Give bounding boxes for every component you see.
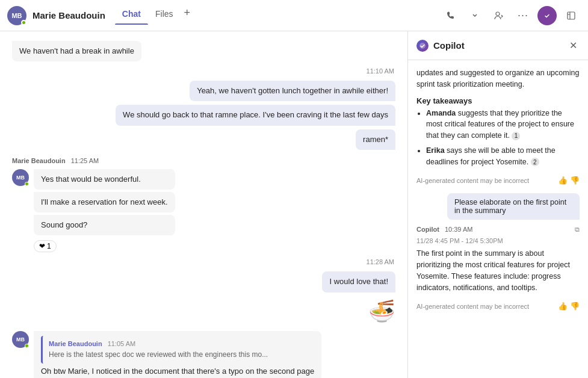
call-dropdown-button[interactable] bbox=[465, 6, 484, 25]
chat-pane: We haven't had a break in awhile 11:10 A… bbox=[0, 31, 407, 378]
message-bubble-with-reply: Marie Beaudouin 11:05 AM Here is the lat… bbox=[34, 331, 321, 379]
messages-list: We haven't had a break in awhile 11:10 A… bbox=[0, 31, 407, 378]
footnote-badge: 2 bbox=[531, 158, 539, 166]
takeaways-list: Amanda suggests that they prioritize the… bbox=[416, 108, 580, 168]
message-group: MB Yes that would be wonderful. I'll mak… bbox=[12, 169, 395, 253]
timestamp: 11:28 AM bbox=[13, 258, 394, 265]
copilot-panel: Copilot ✕ updates and suggested to organ… bbox=[407, 31, 588, 378]
online-indicator bbox=[21, 20, 26, 25]
message-bubble: I would love that! bbox=[322, 271, 395, 292]
tab-chat[interactable]: Chat bbox=[115, 7, 148, 25]
message-group: MB Marie Beaudouin 11:05 AM Here is the … bbox=[12, 331, 395, 379]
key-takeaways: Key takeaways Amanda suggests that they … bbox=[416, 96, 580, 168]
add-tab-button[interactable]: + bbox=[181, 7, 194, 25]
main-area: We haven't had a break in awhile 11:10 A… bbox=[0, 31, 588, 378]
ai-disclaimer: AI-generated content may be incorrect 👍 … bbox=[416, 173, 580, 187]
summary-text: updates and suggested to organize an upc… bbox=[416, 67, 580, 90]
thumbs-up-button-2[interactable]: 👍 bbox=[558, 302, 568, 311]
message-bubble: Sound good? bbox=[34, 215, 175, 235]
message-row: 🍜 bbox=[12, 296, 395, 324]
user-question-bubble: Please elaborate on the first point in t… bbox=[447, 193, 580, 220]
multi-bubble-group: Yes that would be wonderful. I'll make a… bbox=[34, 169, 175, 253]
feedback-actions: 👍 👎 bbox=[558, 176, 580, 185]
timestamp: 11:10 AM bbox=[13, 67, 394, 75]
footnote-badge: 1 bbox=[512, 132, 520, 140]
thumbs-down-button[interactable]: 👎 bbox=[570, 176, 580, 185]
reply-preview: Marie Beaudouin 11:05 AM Here is the lat… bbox=[41, 336, 314, 364]
list-item: Erika says she will be able to meet the … bbox=[426, 145, 580, 168]
message-bubble: We should go back to that ramne place. I… bbox=[116, 105, 395, 125]
message-row: We should go back to that ramne place. I… bbox=[12, 105, 395, 125]
thumbs-up-button[interactable]: 👍 bbox=[558, 176, 568, 185]
tab-bar: Chat Files + bbox=[115, 7, 194, 25]
close-button[interactable]: ✕ bbox=[567, 39, 580, 52]
copilot-avatar[interactable] bbox=[537, 6, 557, 25]
avatar-small: MB bbox=[12, 331, 29, 348]
message-row: We haven't had a break in awhile bbox=[12, 41, 395, 61]
user-name: Marie Beaudouin bbox=[32, 10, 105, 20]
message-bubble: We haven't had a break in awhile bbox=[12, 41, 141, 61]
message-bubble: ramen* bbox=[356, 129, 395, 150]
header-actions: ··· bbox=[441, 6, 581, 25]
key-takeaways-title: Key takeaways bbox=[416, 96, 580, 105]
sender-label: Marie Beaudouin 11:25 AM bbox=[12, 157, 395, 164]
list-item: Amanda suggests that they prioritize the… bbox=[426, 108, 580, 141]
avatar-small: MB bbox=[12, 169, 29, 186]
copilot-title: Copilot bbox=[433, 40, 567, 51]
copilot-response: Copilot 10:39 AM ⧉ 11/28 4:45 PM - 12/4 … bbox=[416, 226, 580, 293]
copilot-body: updates and suggested to organize an upc… bbox=[408, 60, 588, 378]
avatar: MB bbox=[7, 6, 26, 25]
message-row: I would love that! bbox=[12, 271, 395, 292]
svg-rect-2 bbox=[568, 12, 575, 19]
response-text: The first point in the summary is about … bbox=[416, 248, 580, 293]
svg-point-0 bbox=[496, 12, 500, 16]
message-bubble: Yes that would be wonderful. bbox=[34, 169, 175, 190]
call-button[interactable] bbox=[441, 6, 460, 25]
reaction-badge[interactable]: ❤ 1 bbox=[34, 238, 175, 252]
online-indicator bbox=[25, 344, 29, 348]
copilot-header: Copilot ✕ bbox=[408, 31, 588, 60]
message-bubble: I'll make a reservation for next week. bbox=[34, 192, 175, 212]
svg-point-1 bbox=[543, 11, 551, 20]
more-button[interactable]: ··· bbox=[513, 6, 533, 25]
response-date: 11/28 4:45 PM - 12/4 5:30PM bbox=[416, 237, 580, 244]
message-row: Yeah, we haven't gotten lunch together i… bbox=[12, 81, 395, 101]
header: MB Marie Beaudouin Chat Files + · bbox=[0, 0, 588, 31]
thumbs-down-button-2[interactable]: 👎 bbox=[570, 302, 580, 311]
ramen-emoji: 🍜 bbox=[368, 299, 395, 324]
feedback-actions-2: 👍 👎 bbox=[558, 302, 580, 311]
tab-files[interactable]: Files bbox=[148, 7, 181, 25]
ai-disclaimer-2: AI-generated content may be incorrect 👍 … bbox=[416, 299, 580, 313]
multi-bubble-group: Marie Beaudouin 11:05 AM Here is the lat… bbox=[34, 331, 321, 379]
expand-button[interactable] bbox=[562, 6, 581, 25]
message-bubble: Yeah, we haven't gotten lunch together i… bbox=[190, 81, 395, 101]
message-row: ramen* bbox=[12, 129, 395, 150]
online-indicator bbox=[25, 182, 29, 186]
copilot-icon bbox=[416, 40, 429, 52]
contacts-button[interactable] bbox=[489, 6, 509, 25]
